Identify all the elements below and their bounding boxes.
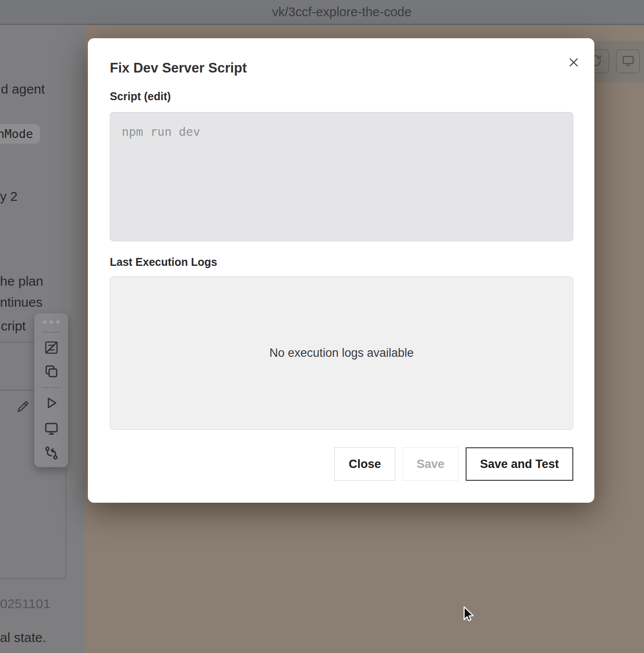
chat-text-fragment: ntinues (0, 295, 43, 310)
drag-handle-icon (43, 320, 60, 324)
fix-dev-server-script-dialog: Fix Dev Server Script Script (edit) Last… (88, 38, 594, 503)
chat-text-fragment: d agent (1, 82, 45, 97)
close-icon[interactable] (566, 55, 581, 70)
floating-tool-palette (34, 313, 68, 467)
script-input[interactable] (110, 112, 573, 241)
copy-icon (43, 363, 59, 379)
save-and-test-button[interactable]: Save and Test (466, 447, 573, 481)
play-icon (43, 395, 59, 411)
execution-logs-box: No execution logs available (110, 276, 573, 430)
save-button[interactable]: Save (402, 447, 459, 481)
dialog-footer: Close Save Save and Test (334, 447, 573, 481)
chat-text-fragment: y 2 (0, 189, 18, 204)
monitor-icon (43, 421, 59, 436)
palette-divider (42, 332, 61, 333)
monitor-icon (621, 54, 635, 69)
monitor-view-button (616, 49, 640, 73)
timestamp-fragment: 0251101 (0, 596, 51, 611)
chat-text-fragment: al state. (0, 630, 46, 645)
script-label: Script (edit) (110, 90, 171, 103)
app-screen: vk/3ccf-explore-the-code d agent nMode y… (0, 0, 644, 653)
chat-text-fragment: cript (1, 319, 26, 334)
code-chip: nMode (0, 124, 40, 144)
window-title: vk/3ccf-explore-the-code (272, 5, 412, 19)
close-button[interactable]: Close (334, 447, 395, 481)
z-logo-icon (43, 340, 59, 356)
logs-label: Last Execution Logs (110, 256, 217, 268)
mouse-cursor-icon (460, 606, 475, 623)
palette-divider (42, 387, 61, 388)
dialog-title: Fix Dev Server Script (110, 60, 247, 76)
git-compare-icon (43, 445, 59, 461)
chat-text-fragment: he plan (0, 274, 43, 289)
logs-empty-message: No execution logs available (269, 346, 414, 360)
window-title-bar: vk/3ccf-explore-the-code (0, 0, 644, 25)
